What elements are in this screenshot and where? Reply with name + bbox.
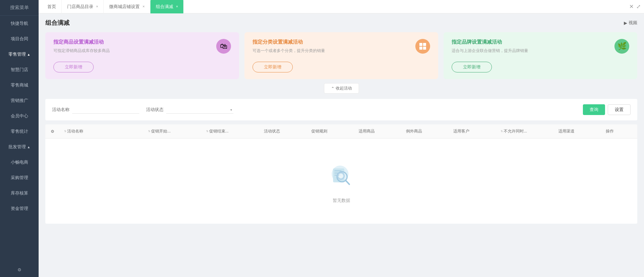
product-card-title: 指定商品设置满减活动 <box>53 39 231 45</box>
tab-combo-discount[interactable]: 组合满减 × <box>150 0 184 13</box>
product-card-desc: 可指定滞销商品或库存较多商品 <box>53 48 231 56</box>
filter-name-group: 活动名称 <box>52 106 139 114</box>
sidebar-item-retail-mgmt[interactable]: 零售管理 ▲ <box>0 47 39 62</box>
svg-rect-3 <box>423 47 426 50</box>
table-container: ⚙ ⇅ 活动名称 ⇅ 促销开始... ⇅ 促销结束... 活动状态 <box>45 124 637 224</box>
tab-bar-actions: ✕ ⤢ <box>629 3 641 10</box>
gear-icon: ⚙ <box>17 267 21 272</box>
svg-point-11 <box>338 174 343 178</box>
category-card-desc: 可选一个或者多个分类，提升分类的销量 <box>252 48 430 56</box>
th-except-goods: 例外商品 <box>403 124 451 138</box>
svg-rect-6 <box>334 170 341 171</box>
th-op: 操作 <box>603 124 635 138</box>
sidebar-item-member-center[interactable]: 会员中心 <box>0 108 39 124</box>
sidebar-item-marketing[interactable]: 营销推广 <box>0 93 39 108</box>
arrow-icon: ▲ <box>27 53 31 56</box>
brand-card-btn[interactable]: 立即新增 <box>452 62 492 72</box>
sidebar-item-retail-stats[interactable]: 零售统计 <box>0 124 39 139</box>
sidebar: 搜索菜单 快捷导航 项目合同 零售管理 ▲ 智慧门店 零售商城 营销推广 会员中… <box>0 0 39 277</box>
category-activity-card: 指定分类设置满减活动 可选一个或者多个分类，提升分类的销量 立即新增 <box>244 32 438 79</box>
th-not-same[interactable]: ⇅ 不允许同时... <box>498 124 556 138</box>
filter-name-label: 活动名称 <box>52 107 70 113</box>
th-name[interactable]: ⇅ 活动名称 <box>61 124 145 138</box>
video-btn[interactable]: ▶ 视频 <box>624 20 637 26</box>
activity-cards: 指定商品设置满减活动 可指定滞销商品或库存较多商品 🛍 立即新增 指定分类设置满… <box>45 32 637 79</box>
empty-state: 暂无数据 <box>45 138 637 224</box>
sidebar-item-fund-mgmt[interactable]: 资金管理 <box>0 201 39 216</box>
sidebar-settings-btn[interactable]: ⚙ <box>0 263 39 277</box>
sort-icon: ⇅ <box>148 130 150 133</box>
product-card-btn[interactable]: 立即新增 <box>53 62 94 72</box>
settings-icon: ⚙ <box>51 129 54 134</box>
collapse-activities-btn[interactable]: ⌃ 收起活动 <box>324 83 359 94</box>
setting-btn[interactable]: 设置 <box>608 104 631 115</box>
collapse-icon: ⌃ <box>331 86 334 91</box>
empty-text: 暂无数据 <box>333 198 350 204</box>
expand-icon[interactable]: ⤢ <box>636 3 641 10</box>
page-title: 组合满减 <box>45 19 70 27</box>
filter-name-input[interactable] <box>72 106 139 114</box>
svg-rect-1 <box>423 43 426 46</box>
brand-activity-card: 指定品牌设置满减活动 适合与上游企业联合做营销，提升品牌销量 🌿 立即新增 <box>444 32 637 79</box>
filter-status-group: 活动状态 进行中 已结束 未开始 ▾ <box>146 106 233 114</box>
filter-area: 活动名称 活动状态 进行中 已结束 未开始 ▾ 查询 设置 <box>45 99 637 120</box>
sidebar-item-xiaochang-ec[interactable]: 小畅电商 <box>0 155 39 170</box>
filter-status-label: 活动状态 <box>146 107 164 113</box>
category-card-icon <box>415 39 430 54</box>
tab-bar: 首页 门店商品目录 × 微商城店铺设置 × 组合满减 × ✕ ⤢ <box>39 0 644 13</box>
th-settings[interactable]: ⚙ <box>48 125 61 138</box>
sidebar-item-inventory-calc[interactable]: 库存核算 <box>0 185 39 201</box>
close-icon[interactable]: × <box>96 5 98 8</box>
category-card-title: 指定分类设置满减活动 <box>252 39 430 45</box>
arrow-icon: ▲ <box>27 145 31 149</box>
close-icon[interactable]: × <box>142 5 144 8</box>
sidebar-item-quick-nav[interactable]: 快捷导航 <box>0 16 39 31</box>
svg-rect-2 <box>419 47 422 50</box>
th-start[interactable]: ⇅ 促销开始... <box>145 124 203 138</box>
svg-rect-0 <box>419 43 422 46</box>
close-window-icon[interactable]: ✕ <box>629 3 634 10</box>
collapse-bar: ⌃ 收起活动 <box>45 83 637 94</box>
th-rule: 促销规则 <box>309 124 356 138</box>
tab-store-catalog[interactable]: 门店商品目录 × <box>62 0 104 13</box>
sort-icon: ⇅ <box>64 130 66 133</box>
table-header: ⚙ ⇅ 活动名称 ⇅ 促销开始... ⇅ 促销结束... 活动状态 <box>45 124 637 138</box>
product-activity-card: 指定商品设置满减活动 可指定滞销商品或库存较多商品 🛍 立即新增 <box>45 32 239 79</box>
filter-status-select-wrapper: 进行中 已结束 未开始 ▾ <box>166 106 233 114</box>
filter-status-select[interactable]: 进行中 已结束 未开始 <box>166 106 233 114</box>
sidebar-item-wholesale-mgmt[interactable]: 批发管理 ▲ <box>0 139 39 155</box>
category-card-btn[interactable]: 立即新增 <box>252 62 293 72</box>
svg-line-10 <box>345 180 349 184</box>
brand-card-title: 指定品牌设置满减活动 <box>452 39 629 45</box>
sidebar-item-smart-store[interactable]: 智慧门店 <box>0 62 39 77</box>
sort-icon: ⇅ <box>501 130 503 133</box>
th-end[interactable]: ⇅ 促销结束... <box>203 124 261 138</box>
close-icon[interactable]: × <box>176 5 178 8</box>
tab-wechat-store-settings[interactable]: 微商城店铺设置 × <box>104 0 150 13</box>
page-header: 组合满减 ▶ 视频 <box>45 19 637 27</box>
sidebar-item-retail-mall[interactable]: 零售商城 <box>0 77 39 93</box>
sidebar-search[interactable]: 搜索菜单 <box>0 0 39 16</box>
th-customer: 适用客户 <box>451 124 498 138</box>
product-card-icon: 🛍 <box>216 39 231 54</box>
th-status: 活动状态 <box>261 124 309 138</box>
sidebar-item-purchase-mgmt[interactable]: 采购管理 <box>0 170 39 185</box>
tab-home[interactable]: 首页 <box>42 0 62 13</box>
page-content: 组合满减 ▶ 视频 指定商品设置满减活动 可指定滞销商品或库存较多商品 🛍 立即… <box>39 13 644 277</box>
play-icon: ▶ <box>624 20 627 25</box>
brand-card-desc: 适合与上游企业联合做营销，提升品牌销量 <box>452 48 629 56</box>
th-channel: 适用渠道 <box>556 124 603 138</box>
sidebar-item-project-contract[interactable]: 项目合同 <box>0 31 39 47</box>
empty-state-icon <box>325 159 358 192</box>
query-btn[interactable]: 查询 <box>583 104 605 115</box>
main-area: 首页 门店商品目录 × 微商城店铺设置 × 组合满减 × ✕ ⤢ 组合满减 ▶ … <box>39 0 644 277</box>
sort-icon: ⇅ <box>206 130 209 133</box>
th-goods: 适用商品 <box>356 124 403 138</box>
brand-card-icon: 🌿 <box>614 39 629 54</box>
filter-actions: 查询 设置 <box>583 104 631 115</box>
